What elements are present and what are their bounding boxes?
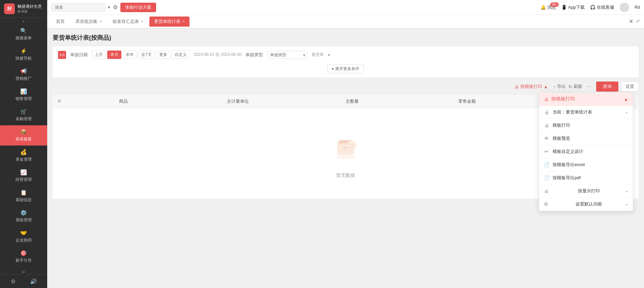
template-print-dropdown: 🖨 按模板打印 ▲ 🖨 当前：要货单统计表 ▸ 🖨 模板打印 👁 模板预览 [539,92,633,211]
sidebar-item-finance[interactable]: 💰 资金管理 [0,146,47,166]
template-print-button[interactable]: 🖨 按模板打印 ▲ [512,82,551,91]
tab-order-summary-close[interactable]: × [182,19,185,24]
sidebar-item-business[interactable]: 📈 经营管理 [0,166,47,186]
date-btn-7days[interactable]: 近7天 [138,51,155,59]
query-button[interactable]: 查询 [596,82,618,92]
date-btn-current[interactable]: 本月 [107,51,121,59]
scroll-up-arrow[interactable]: ▲ [22,19,25,23]
dropdown-default-func[interactable]: ⚙ 设置默认功能 ▸ [539,198,633,211]
tab-receipt-summary-close[interactable]: × [141,19,143,24]
dropdown-collapse-icon[interactable]: ▲ [624,97,628,102]
system-icon: ⚙️ [20,210,27,216]
th-unit: 主计量单位 [181,98,295,104]
guide-icon: 🎯 [20,250,27,256]
empty-illustration [329,128,362,168]
default-func-arrow: ▸ [626,202,628,207]
tab-order-summary[interactable]: 要货单统计表 × [149,17,189,27]
tab-home[interactable]: 首页 [51,17,69,27]
expand-tab-button[interactable]: ⤢ [636,18,640,25]
inventory-icon: 📦 [20,129,27,135]
marketing-icon: 📢 [20,68,27,74]
sidebar-item-basic[interactable]: 📋 基础信息 [0,186,47,206]
purchase-icon: 🛒 [20,108,27,115]
close-all-tabs-button[interactable]: ✕ [629,18,633,25]
tab-inventory-batch[interactable]: 库存批次账 × [71,17,107,27]
template-design-icon: ✏ [544,149,549,154]
main-content: ▾ ⚙ 体验行业方案 🔔 消息 99+ 📱 App下载 🎧 在线客服 Rit 首… [47,0,644,288]
svg-rect-5 [343,147,348,148]
dropdown-template-print[interactable]: 🖨 模板打印 [539,119,633,132]
type-select-wrap: 单据类型 [267,51,308,59]
sidebar-item-marketing[interactable]: 📢 营销推广 [0,65,47,85]
sales-icon: 📊 [20,88,27,95]
dropdown-template-preview[interactable]: 👁 模板预览 [539,132,633,145]
search-dropdown-icon[interactable]: ▾ [108,5,110,10]
svg-rect-6 [343,149,346,150]
dropdown-export-pdf[interactable]: 📄 按模板导出pdf [539,171,633,185]
column-settings-icon[interactable]: ⚙ [57,98,61,103]
app-download-button[interactable]: 📱 App下载 [561,4,585,10]
type-filter-label: 单据类型 [245,52,263,58]
user-avatar[interactable] [620,3,629,12]
export-pdf-icon: 📄 [544,175,549,181]
tab-receipt-summary[interactable]: 收发存汇总表 × [108,17,148,27]
sidebar-item-inventory[interactable]: 📦 库存核算 [0,125,47,146]
app-center-icon: 📱 [20,270,27,275]
finance-icon: 💰 [20,149,27,155]
settings-bottom-icon[interactable]: ⚙ [11,278,16,285]
sidebar-item-guide[interactable]: 🎯 新手引导 [0,247,47,267]
dropdown-current-template[interactable]: 🖨 当前：要货单统计表 ▸ [539,106,633,119]
dropdown-header: 🖨 按模板打印 ▲ [539,93,633,106]
dropdown-display-print[interactable]: 🖨 按显示打印 ▸ [539,185,633,198]
topbar-gear-icon[interactable]: ⚙ [113,4,118,10]
more-options-button[interactable]: ··· [585,84,593,90]
sidebar-item-search[interactable]: 🔍 搜索菜单 [0,24,47,44]
dropdown-template-design[interactable]: ✏ 模板自定义设计 [539,145,633,158]
date-btn-custom[interactable]: 自定义 [172,51,190,59]
type-select[interactable]: 单据类型 [267,51,308,59]
refresh-button[interactable]: ↻ 刷新 [568,84,582,90]
date-btn-more[interactable]: 更多 [156,51,170,59]
sidebar-item-collab[interactable]: 🤝 企业协同 [0,226,47,247]
refresh-icon: ↻ [568,84,572,89]
username-label[interactable]: Rit [635,5,640,10]
dropdown-printer-icon: 🖨 [544,96,549,102]
export-button[interactable]: ↑ 导出 [553,84,566,90]
printer-icon: 🖨 [515,84,519,89]
date-btn-year[interactable]: 本年 [123,51,137,59]
dropdown-export-excel[interactable]: 📄 按模板导出excel [539,158,633,171]
sidebar-item-purchase[interactable]: 🛒 采购管理 [0,105,47,125]
svg-point-7 [340,142,342,145]
th-settings[interactable]: ⚙ [53,98,66,104]
sidebar-item-sales[interactable]: 📊 销售管理 [0,85,47,105]
type-select-arrow[interactable]: ▾ [328,52,330,58]
basic-icon: 📋 [20,189,27,196]
service-button[interactable]: 🎧 在线客服 [590,4,614,10]
settings-button[interactable]: 设置 [621,82,639,92]
trial-button[interactable]: 体验行业方案 [120,3,156,12]
page-header: 要货单统计表(按商品) [53,34,639,42]
sidebar-bottom: ⚙ 🔊 [0,275,47,288]
template-print-icon: 🖨 [544,123,549,128]
logo-text: 畅捷通好生意 标准版 [18,4,42,14]
search-input[interactable] [51,3,105,11]
collab-icon: 🤝 [20,230,27,236]
logo-icon: 好 [4,3,15,14]
notice-bell-icon: 🔔 [540,5,546,10]
sidebar-item-quick-nav[interactable]: ⚡ 快捷导航 [0,44,47,65]
audio-bottom-icon[interactable]: 🔊 [30,278,37,285]
export-icon: ↑ [553,84,556,89]
search-icon: 🔍 [20,28,27,34]
sidebar-item-system[interactable]: ⚙️ 系统管理 [0,206,47,226]
date-btn-prev[interactable]: 上月 [92,51,106,59]
sidebar-item-app-center[interactable]: 📱 应用中心 [0,267,47,275]
action-bar: 🖨 按模板打印 ▲ ↑ 导出 ↻ 刷新 ··· 查询 设置 🖨 按模板打印 [53,82,639,92]
current-template-icon: 🖨 [544,109,549,115]
filter-expand-button[interactable]: >> [58,51,66,59]
tabbar-actions: ✕ ⤢ [629,18,640,25]
expand-more-button[interactable]: ▾ 展开更多条件 [327,64,364,73]
empty-text: 暂无数据 [336,172,355,179]
notice-button[interactable]: 🔔 消息 99+ [540,4,556,10]
display-print-icon: 🖨 [544,188,549,194]
tab-inventory-batch-close[interactable]: × [99,19,102,24]
